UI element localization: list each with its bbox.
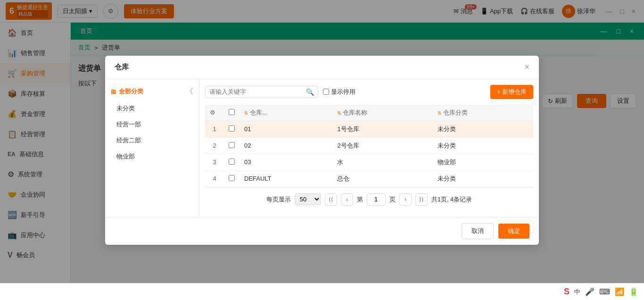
col-checkbox <box>224 105 239 121</box>
sort-icon-code: ⇅ <box>244 110 248 116</box>
table-body: 1 01 1号仓库 未分类 2 02 2号仓库 <box>205 121 533 187</box>
settings-icon: ⚙ <box>210 109 215 116</box>
col-category-label: 仓库分类 <box>443 109 468 116</box>
search-input-wrap: 🔍 <box>205 86 318 98</box>
taskbar-network-icon[interactable]: 📶 <box>615 287 624 296</box>
row-code-3: 03 <box>239 154 332 170</box>
table-row[interactable]: 2 02 2号仓库 未分类 <box>205 137 533 154</box>
row-checkbox-4[interactable] <box>224 170 239 187</box>
taskbar-zh-icon[interactable]: 中 <box>574 288 580 296</box>
taskbar-battery-icon[interactable]: 🔋 <box>629 287 638 296</box>
table-row[interactable]: 1 01 1号仓库 未分类 <box>205 121 533 137</box>
row-name-1: 1号仓库 <box>332 121 433 137</box>
modal-body: ⊞ 全部分类 《 未分类 经营一部 经营二部 物业部 🔍 <box>105 79 539 217</box>
last-page-button[interactable]: ⟩⟩ <box>415 193 428 206</box>
row-category-1: 未分类 <box>433 121 533 137</box>
warehouse-modal: 仓库 × ⊞ 全部分类 《 未分类 经营一部 经营二部 物业部 <box>105 56 539 245</box>
warehouse-table: ⚙ ⇅ 仓库... ⇅ <box>205 105 533 187</box>
modal-overlay: 仓库 × ⊞ 全部分类 《 未分类 经营一部 经营二部 物业部 <box>0 0 644 300</box>
search-row: 🔍 显示停用 + 新增仓库 <box>205 85 533 99</box>
modal-close-button[interactable]: × <box>524 62 529 72</box>
total-records: 共1页, 4条记录 <box>431 195 472 204</box>
col-code[interactable]: ⇅ 仓库... <box>239 105 332 121</box>
row-name-2: 2号仓库 <box>332 137 433 154</box>
category-all-header[interactable]: ⊞ 全部分类 《 <box>105 83 199 100</box>
col-name[interactable]: ⇅ 仓库名称 <box>332 105 433 121</box>
category-item-dept1[interactable]: 经营一部 <box>105 117 199 133</box>
table-row[interactable]: 3 03 水 物业部 <box>205 154 533 170</box>
category-item-unclassified[interactable]: 未分类 <box>105 100 199 117</box>
show-disabled-checkbox[interactable] <box>323 89 329 95</box>
cancel-button[interactable]: 取消 <box>462 223 494 239</box>
page-suffix: 页 <box>389 195 396 204</box>
per-page-label: 每页显示 <box>266 195 291 204</box>
sort-icon-name: ⇅ <box>337 110 341 116</box>
col-category[interactable]: ⇅ 仓库分类 <box>433 105 533 121</box>
first-page-button[interactable]: ⟨⟨ <box>325 193 337 206</box>
taskbar-mic-icon[interactable]: 🎤 <box>585 287 594 296</box>
sort-icon-category: ⇅ <box>438 110 441 116</box>
col-name-label: 仓库名称 <box>343 109 367 116</box>
modal-footer: 取消 确定 <box>105 217 539 245</box>
s-logo: S <box>564 287 570 297</box>
table-row[interactable]: 4 DEFAULT 总仓 未分类 <box>205 170 533 187</box>
row-code-2: 02 <box>239 137 332 154</box>
col-settings: ⚙ <box>205 105 224 121</box>
category-all-label: 全部分类 <box>119 87 143 96</box>
col-code-label: 仓库... <box>250 109 267 116</box>
taskbar-bottom: S 中 🎤 ⌨ 📶 🔋 <box>0 283 644 300</box>
show-disabled-label: 显示停用 <box>323 88 355 96</box>
next-page-button[interactable]: › <box>399 193 412 206</box>
prev-page-button[interactable]: ‹ <box>341 193 353 206</box>
table-header: ⚙ ⇅ 仓库... ⇅ <box>205 105 533 121</box>
select-all-checkbox[interactable] <box>229 109 235 115</box>
pagination: 每页显示 50 100 200 ⟨⟨ ‹ 第 页 › ⟩⟩ 共1页, 4条记录 <box>205 187 533 211</box>
row-num-3: 3 <box>205 154 224 170</box>
row-name-4: 总仓 <box>332 170 433 187</box>
row-code-1: 01 <box>239 121 332 137</box>
page-label: 第 <box>357 195 363 204</box>
row-num-1: 1 <box>205 121 224 137</box>
modal-header: 仓库 × <box>105 56 539 79</box>
category-item-dept2[interactable]: 经营二部 <box>105 133 199 149</box>
collapse-icon[interactable]: 《 <box>186 87 193 97</box>
category-panel: ⊞ 全部分类 《 未分类 经营一部 经营二部 物业部 <box>105 79 199 217</box>
category-item-property[interactable]: 物业部 <box>105 149 199 165</box>
page-number-input[interactable] <box>367 193 386 206</box>
per-page-select[interactable]: 50 100 200 <box>295 193 321 205</box>
row-code-4: DEFAULT <box>239 170 332 187</box>
add-warehouse-button[interactable]: + 新增仓库 <box>490 85 533 99</box>
search-icon: 🔍 <box>306 88 314 96</box>
modal-title: 仓库 <box>115 63 129 72</box>
row-category-2: 未分类 <box>433 137 533 154</box>
show-disabled-text: 显示停用 <box>331 88 355 96</box>
taskbar-keyboard-icon[interactable]: ⌨ <box>599 287 610 296</box>
right-panel: 🔍 显示停用 + 新增仓库 ⚙ <box>199 79 539 217</box>
confirm-button[interactable]: 确定 <box>498 224 529 239</box>
row-checkbox-2[interactable] <box>224 137 239 154</box>
row-num-4: 4 <box>205 170 224 187</box>
row-name-3: 水 <box>332 154 433 170</box>
row-checkbox-1[interactable] <box>224 121 239 137</box>
search-input[interactable] <box>209 88 306 95</box>
row-num-2: 2 <box>205 137 224 154</box>
grid-icon: ⊞ <box>111 88 116 95</box>
row-category-4: 未分类 <box>433 170 533 187</box>
table-wrap: ⚙ ⇅ 仓库... ⇅ <box>205 105 533 187</box>
row-checkbox-3[interactable] <box>224 154 239 170</box>
row-category-3: 物业部 <box>433 154 533 170</box>
category-all: ⊞ 全部分类 <box>111 87 143 96</box>
